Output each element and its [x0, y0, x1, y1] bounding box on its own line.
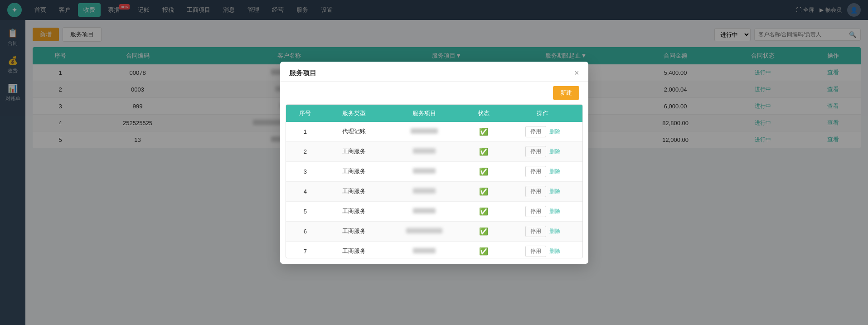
modal-table-row: 7 工商服务 ✅ 停用 删除 — [286, 241, 582, 258]
modal-cell-action[interactable]: 停用 删除 — [503, 122, 582, 142]
modal-overlay[interactable]: 服务项目 × 新建 序号 服务类型 服务项目 状态 操作 — [0, 0, 868, 325]
service-modal: 服务项目 × 新建 序号 服务类型 服务项目 状态 操作 — [280, 62, 588, 264]
modal-cell-seq: 7 — [286, 241, 325, 258]
modal-cell-seq: 5 — [286, 201, 325, 221]
modal-cell-action[interactable]: 停用 删除 — [503, 181, 582, 201]
modal-cell-status: ✅ — [465, 181, 504, 201]
status-check-icon: ✅ — [479, 247, 488, 255]
modal-table-row: 4 工商服务 ✅ 停用 删除 — [286, 181, 582, 201]
modal-cell-item — [383, 161, 464, 181]
modal-col-seq: 序号 — [286, 105, 325, 122]
stop-button[interactable]: 停用 — [525, 246, 546, 257]
delete-button[interactable]: 删除 — [549, 247, 560, 255]
modal-cell-status: ✅ — [465, 141, 504, 161]
service-items-table: 序号 服务类型 服务项目 状态 操作 1 代理记账 ✅ 停用 删除 2 工商服务 — [286, 105, 582, 258]
modal-table-row: 3 工商服务 ✅ 停用 删除 — [286, 161, 582, 181]
modal-title: 服务项目 — [289, 69, 316, 78]
modal-cell-item — [383, 122, 464, 142]
delete-button[interactable]: 删除 — [549, 168, 560, 175]
modal-cell-action[interactable]: 停用 删除 — [503, 201, 582, 221]
modal-cell-status: ✅ — [465, 161, 504, 181]
status-check-icon: ✅ — [479, 228, 488, 235]
modal-cell-type: 工商服务 — [325, 221, 383, 241]
modal-body: 序号 服务类型 服务项目 状态 操作 1 代理记账 ✅ 停用 删除 2 工商服务 — [280, 104, 588, 264]
modal-cell-action[interactable]: 停用 删除 — [503, 161, 582, 181]
status-check-icon: ✅ — [479, 188, 488, 195]
modal-col-action: 操作 — [503, 105, 582, 122]
modal-header-row: 序号 服务类型 服务项目 状态 操作 — [286, 105, 582, 122]
modal-col-item: 服务项目 — [383, 105, 464, 122]
modal-cell-action[interactable]: 停用 删除 — [503, 241, 582, 258]
modal-cell-type: 工商服务 — [325, 241, 383, 258]
modal-cell-type: 工商服务 — [325, 181, 383, 201]
modal-table-row: 1 代理记账 ✅ 停用 删除 — [286, 122, 582, 142]
modal-cell-status: ✅ — [465, 241, 504, 258]
stop-button[interactable]: 停用 — [525, 146, 546, 157]
modal-cell-item — [383, 241, 464, 258]
modal-cell-seq: 3 — [286, 161, 325, 181]
modal-cell-item — [383, 201, 464, 221]
modal-cell-type: 工商服务 — [325, 201, 383, 221]
delete-button[interactable]: 删除 — [549, 228, 560, 235]
delete-button[interactable]: 删除 — [549, 208, 560, 215]
modal-table-wrap: 序号 服务类型 服务项目 状态 操作 1 代理记账 ✅ 停用 删除 2 工商服务 — [286, 104, 583, 258]
modal-cell-status: ✅ — [465, 122, 504, 142]
modal-close-button[interactable]: × — [574, 69, 579, 77]
modal-cell-status: ✅ — [465, 201, 504, 221]
delete-button[interactable]: 删除 — [549, 188, 560, 195]
stop-button[interactable]: 停用 — [525, 166, 546, 177]
modal-header: 服务项目 × — [280, 62, 588, 82]
modal-new-button[interactable]: 新建 — [553, 86, 579, 100]
modal-cell-seq: 2 — [286, 141, 325, 161]
status-check-icon: ✅ — [479, 128, 488, 136]
modal-cell-action[interactable]: 停用 删除 — [503, 221, 582, 241]
stop-button[interactable]: 停用 — [525, 206, 546, 217]
delete-button[interactable]: 删除 — [549, 128, 560, 136]
modal-col-type: 服务类型 — [325, 105, 383, 122]
modal-table-row: 5 工商服务 ✅ 停用 删除 — [286, 201, 582, 221]
modal-cell-item — [383, 221, 464, 241]
status-check-icon: ✅ — [479, 208, 488, 215]
status-check-icon: ✅ — [479, 168, 488, 175]
stop-button[interactable]: 停用 — [525, 226, 546, 237]
modal-cell-seq: 1 — [286, 122, 325, 142]
stop-button[interactable]: 停用 — [525, 126, 546, 137]
modal-table-row: 2 工商服务 ✅ 停用 删除 — [286, 141, 582, 161]
modal-toolbar: 新建 — [280, 82, 588, 104]
modal-cell-action[interactable]: 停用 删除 — [503, 141, 582, 161]
modal-cell-status: ✅ — [465, 221, 504, 241]
stop-button[interactable]: 停用 — [525, 186, 546, 197]
modal-cell-type: 代理记账 — [325, 122, 383, 142]
delete-button[interactable]: 删除 — [549, 148, 560, 155]
modal-cell-type: 工商服务 — [325, 161, 383, 181]
modal-cell-item — [383, 141, 464, 161]
modal-cell-item — [383, 181, 464, 201]
modal-cell-seq: 6 — [286, 221, 325, 241]
status-check-icon: ✅ — [479, 148, 488, 155]
modal-col-status: 状态 — [465, 105, 504, 122]
modal-table-row: 6 工商服务 ✅ 停用 删除 — [286, 221, 582, 241]
modal-cell-type: 工商服务 — [325, 141, 383, 161]
modal-cell-seq: 4 — [286, 181, 325, 201]
